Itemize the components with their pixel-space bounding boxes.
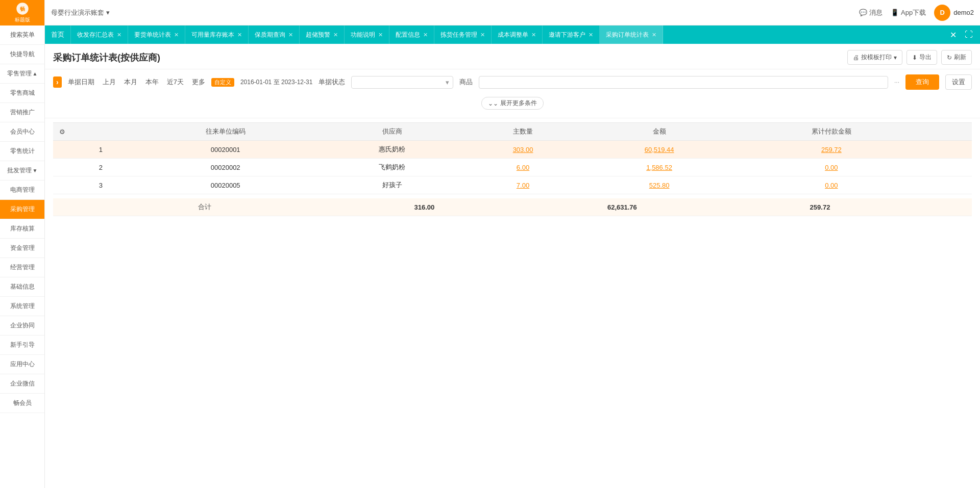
tab-邀请下游客户[interactable]: 邀请下游客户✕ [543, 25, 600, 44]
main-wrapper: 母婴行业演示账套 ▾ 💬 消息 📱 App下载 D demo2 首页收发存汇总表… [45, 0, 980, 488]
tab-label-收发存汇总表: 收发存汇总表 [77, 31, 114, 39]
sidebar-item-quicknav[interactable]: 快捷导航 [0, 45, 44, 64]
user-menu[interactable]: D demo2 [934, 5, 974, 21]
close-tab-button[interactable]: ✕ [947, 29, 960, 41]
sidebar-item-purchase[interactable]: 采购管理 [0, 200, 44, 219]
tab-成本调整单[interactable]: 成本调整单✕ [492, 25, 543, 44]
sidebar-item-retail[interactable]: 零售管理▲ [0, 64, 44, 84]
date-custom-badge[interactable]: 自定义 [211, 78, 234, 87]
date-shortcut-7days[interactable]: 近7天 [165, 77, 186, 87]
cell-row-num: 3 [71, 176, 130, 194]
cell-supplier-name: 飞鹤奶粉 [321, 159, 463, 176]
expand-more-button[interactable]: ⌄⌄ 展开更多条件 [481, 97, 544, 110]
status-select[interactable] [351, 76, 453, 89]
sidebar-item-marketing[interactable]: 营销推广 [0, 103, 44, 122]
tab-close-要货单统计表[interactable]: ✕ [174, 32, 179, 38]
sidebar-item-ecommerce[interactable]: 电商管理 [0, 181, 44, 200]
tab-close-可用量库存账本[interactable]: ✕ [237, 32, 242, 38]
maximize-tab-button[interactable]: ⛶ [962, 29, 976, 40]
footer-cell-num [71, 198, 137, 216]
tab-close-成本调整单[interactable]: ✕ [531, 32, 536, 38]
sidebar-item-operation[interactable]: 经营管理 [0, 258, 44, 277]
export-label: 导出 [919, 53, 932, 62]
sidebar-item-membership[interactable]: 会员中心 [0, 122, 44, 142]
th-supplier-name: 供应商 [321, 123, 463, 141]
cell-amount[interactable]: 1,586.52 [582, 159, 736, 176]
tab-拣货任务管理[interactable]: 拣货任务管理✕ [434, 25, 492, 44]
top-bar: 母婴行业演示账套 ▾ 💬 消息 📱 App下载 D demo2 [45, 0, 980, 25]
tab-close-拣货任务管理[interactable]: ✕ [480, 32, 485, 38]
sidebar-item-retail_stat[interactable]: 零售统计 [0, 142, 44, 161]
filter-toggle-button[interactable]: › [53, 76, 62, 88]
sidebar-item-basic[interactable]: 基础信息 [0, 277, 44, 297]
cell-paid-amount[interactable]: 0.00 [736, 176, 927, 194]
tab-close-邀请下游客户[interactable]: ✕ [589, 32, 593, 38]
tab-close-收发存汇总表[interactable]: ✕ [117, 32, 121, 38]
sidebar-item-label-finance: 资金管理 [10, 244, 35, 251]
cell-settings [53, 176, 71, 194]
cell-paid-amount[interactable]: 259.72 [736, 141, 927, 159]
tab-可用量库存账本[interactable]: 可用量库存账本✕ [185, 25, 249, 44]
cell-paid-amount[interactable]: 0.00 [736, 159, 927, 176]
template-print-button[interactable]: 🖨 按模板打印 ▾ [847, 50, 902, 65]
date-shortcut-more[interactable]: 更多 [190, 77, 207, 87]
product-input[interactable] [479, 76, 888, 89]
sidebar-item-newguide[interactable]: 新手引导 [0, 336, 44, 355]
search-button[interactable]: 查询 [905, 74, 939, 90]
export-button[interactable]: ⬇ 导出 [906, 50, 937, 65]
date-shortcut-this-year[interactable]: 本年 [143, 77, 161, 87]
message-button[interactable]: 💬 消息 [859, 8, 883, 17]
tab-功能说明[interactable]: 功能说明✕ [345, 25, 389, 44]
tab-采购订单统计表[interactable]: 采购订单统计表✕ [600, 25, 663, 44]
sidebar-item-corp[interactable]: 企业协同 [0, 316, 44, 336]
cell-amount[interactable]: 60,519.44 [582, 141, 736, 159]
footer-table: 合计 316.00 62,631.76 259.72 [53, 198, 972, 216]
sidebar-item-vip[interactable]: 畅会员 [0, 394, 44, 413]
status-select-wrapper [351, 76, 453, 89]
sidebar-item-corpwechat[interactable]: 企业微信 [0, 374, 44, 394]
sidebar-item-system[interactable]: 系统管理 [0, 297, 44, 316]
cell-quantity[interactable]: 7.00 [463, 176, 583, 194]
cell-row-num: 2 [71, 159, 130, 176]
app-download-button[interactable]: 📱 App下载 [891, 8, 926, 17]
sidebar-item-appcenter[interactable]: 应用中心 [0, 355, 44, 374]
tab-close-功能说明[interactable]: ✕ [378, 32, 383, 38]
tab-超储预警[interactable]: 超储预警✕ [300, 25, 345, 44]
product-more-button[interactable]: ··· [894, 79, 899, 86]
sidebar-item-retail_shop[interactable]: 零售商城 [0, 84, 44, 103]
tab-home[interactable]: 首页 [45, 25, 71, 44]
tab-close-采购订单统计表[interactable]: ✕ [652, 32, 656, 38]
sidebar-item-label-retail: 零售管理 [7, 69, 32, 78]
th-settings: ⚙ [53, 123, 71, 141]
cell-amount[interactable]: 525.80 [582, 176, 736, 194]
sidebar-item-label-inventory: 库存核算 [10, 225, 35, 232]
tab-close-配置信息[interactable]: ✕ [423, 32, 428, 38]
refresh-button[interactable]: ↻ 刷新 [941, 50, 972, 65]
tab-close-保质期查询[interactable]: ✕ [288, 32, 293, 38]
tab-保质期查询[interactable]: 保质期查询✕ [249, 25, 300, 44]
sidebar-item-label-purchase: 采购管理 [10, 206, 35, 213]
cell-supplier-code: 00020002 [130, 159, 321, 176]
settings-icon[interactable]: ⚙ [59, 128, 65, 136]
table-row: 3 00020005 好孩子 7.00 525.80 0.00 [53, 176, 972, 194]
cell-quantity[interactable]: 303.00 [463, 141, 583, 159]
th-quantity: 主数量 [463, 123, 583, 141]
date-shortcut-this-month[interactable]: 本月 [122, 77, 139, 87]
sidebar-item-search[interactable]: 搜索英单 [0, 25, 44, 45]
settings-button[interactable]: 设置 [945, 74, 972, 90]
tab-close-超储预警[interactable]: ✕ [333, 32, 338, 38]
sidebar-item-inventory[interactable]: 库存核算 [0, 219, 44, 239]
message-icon: 💬 [859, 9, 867, 16]
tab-收发存汇总表[interactable]: 收发存汇总表✕ [71, 25, 128, 44]
sidebar-item-label-membership: 会员中心 [10, 128, 35, 135]
tab-要货单统计表[interactable]: 要货单统计表✕ [128, 25, 185, 44]
page-actions: 🖨 按模板打印 ▾ ⬇ 导出 ↻ 刷新 [847, 50, 972, 65]
cell-extra [927, 141, 972, 159]
sidebar-item-wholesale[interactable]: 批发管理▼ [0, 161, 44, 181]
sidebar-item-finance[interactable]: 资金管理 [0, 239, 44, 258]
tab-配置信息[interactable]: 配置信息✕ [389, 25, 434, 44]
cell-quantity[interactable]: 6.00 [463, 159, 583, 176]
sidebar-item-label-vip: 畅会员 [13, 399, 32, 406]
date-shortcut-prev-month[interactable]: 上月 [101, 77, 118, 87]
workspace-dropdown-icon[interactable]: ▾ [106, 9, 110, 16]
